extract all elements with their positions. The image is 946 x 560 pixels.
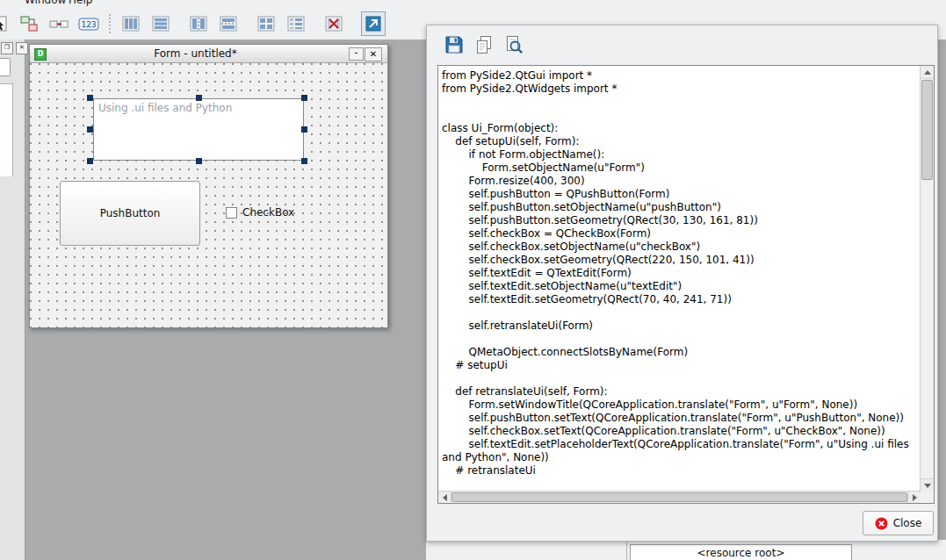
code-dialog-toolbar bbox=[443, 33, 524, 55]
menu-bar: Window Help bbox=[0, 0, 946, 8]
widget-box-dock-sliver: ❐ ✕ bbox=[0, 39, 25, 560]
selection-handle-mid-right[interactable] bbox=[301, 126, 307, 133]
close-circle-icon bbox=[875, 517, 888, 530]
dock-float-icon[interactable]: ❐ bbox=[1, 42, 13, 54]
checkbox-box[interactable] bbox=[226, 207, 237, 219]
scrollbar-corner bbox=[921, 492, 934, 503]
selection-handle-bottom-right[interactable] bbox=[301, 158, 307, 164]
form-editor-window[interactable]: D Form - untitled* - ✕ Using .ui files a… bbox=[29, 44, 388, 328]
save-icon[interactable] bbox=[443, 33, 465, 55]
layout-vertical-splitter-icon[interactable] bbox=[218, 13, 239, 34]
scroll-right-icon[interactable] bbox=[907, 492, 921, 503]
layout-vertical-icon[interactable] bbox=[150, 13, 171, 34]
pushbutton-label: PushButton bbox=[100, 207, 161, 219]
form-canvas[interactable]: Using .ui files and Python PushButton Ch… bbox=[30, 63, 387, 327]
minimize-button[interactable]: - bbox=[349, 47, 364, 61]
form-window-title: Form - untitled* bbox=[47, 47, 343, 60]
close-dialog-button[interactable]: Close bbox=[863, 511, 934, 535]
menu-window[interactable]: Window bbox=[25, 0, 66, 6]
dock-titlebar-buttons: ❐ ✕ bbox=[1, 42, 28, 54]
selection-handle-top-left[interactable] bbox=[87, 95, 93, 101]
horizontal-scrollbar[interactable] bbox=[438, 491, 921, 503]
resource-root-item[interactable]: <resource root> bbox=[630, 544, 852, 560]
layout-grid-icon[interactable] bbox=[256, 13, 277, 34]
selection-handle-top-center[interactable] bbox=[196, 95, 202, 101]
widget-box-list[interactable] bbox=[0, 83, 13, 176]
pushbutton-widget[interactable]: PushButton bbox=[60, 181, 200, 246]
scroll-up-icon[interactable] bbox=[921, 66, 934, 79]
edit-signals-slots-icon[interactable] bbox=[18, 13, 40, 34]
checkbox-widget[interactable]: CheckBox bbox=[226, 205, 294, 220]
form-window-titlebar[interactable]: D Form - untitled* - ✕ bbox=[30, 45, 387, 63]
selection-handle-mid-left[interactable] bbox=[87, 126, 93, 133]
checkbox-label: CheckBox bbox=[242, 206, 294, 219]
close-button[interactable]: ✕ bbox=[365, 47, 382, 61]
textedit-placeholder: Using .ui files and Python bbox=[94, 99, 303, 117]
close-button-label: Close bbox=[893, 517, 922, 529]
svg-text:123: 123 bbox=[81, 20, 96, 29]
vertical-scrollbar-thumb[interactable] bbox=[921, 80, 933, 180]
copy-icon[interactable] bbox=[473, 33, 495, 55]
resource-browser-panel: <resource root> bbox=[426, 540, 946, 560]
code-view[interactable]: from PySide2.QtGui import * from PySide2… bbox=[438, 66, 921, 492]
dock-close-icon[interactable]: ✕ bbox=[16, 42, 28, 54]
scroll-down-icon[interactable] bbox=[921, 478, 934, 492]
layout-horizontal-icon[interactable] bbox=[120, 13, 141, 34]
selection-handle-bottom-center[interactable] bbox=[196, 158, 202, 164]
layout-form-icon[interactable] bbox=[285, 13, 307, 34]
qt-designer-screen: Window Help 123 bbox=[0, 0, 946, 560]
form-window-icon: D bbox=[34, 48, 47, 61]
view-code-dialog: from PySide2.QtGui import * from PySide2… bbox=[426, 25, 938, 542]
layout-horizontal-splitter-icon[interactable] bbox=[188, 13, 209, 34]
dock-divider bbox=[626, 540, 627, 560]
edit-widgets-icon[interactable] bbox=[0, 13, 10, 34]
edit-tab-order-icon[interactable]: 123 bbox=[78, 13, 99, 34]
edit-buddies-icon[interactable] bbox=[48, 13, 69, 34]
code-area: from PySide2.QtGui import * from PySide2… bbox=[437, 65, 935, 504]
toolbar-separator bbox=[109, 14, 111, 33]
vertical-scrollbar[interactable] bbox=[920, 66, 934, 492]
selection-handle-top-right[interactable] bbox=[301, 95, 307, 101]
menu-help[interactable]: Help bbox=[69, 0, 92, 6]
widget-filter-input[interactable] bbox=[0, 58, 11, 76]
find-icon[interactable] bbox=[502, 33, 524, 55]
horizontal-scrollbar-thumb[interactable] bbox=[451, 492, 907, 502]
selection-handle-bottom-left[interactable] bbox=[87, 158, 93, 164]
adjust-size-icon[interactable] bbox=[361, 11, 386, 36]
textedit-widget[interactable]: Using .ui files and Python bbox=[93, 98, 304, 161]
scroll-left-icon[interactable] bbox=[438, 492, 451, 503]
break-layout-icon[interactable] bbox=[323, 13, 344, 34]
